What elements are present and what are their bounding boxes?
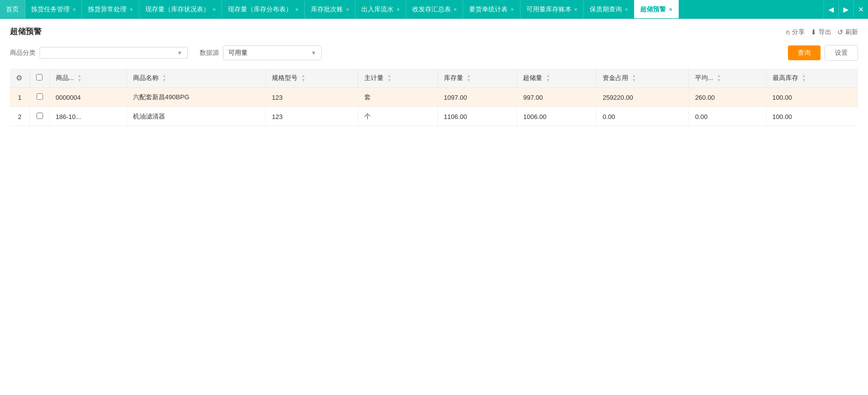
row-checkbox[interactable]: [37, 113, 43, 119]
category-chevron-icon: ▼: [177, 50, 182, 56]
share-icon: ⎋: [786, 28, 790, 36]
filter-actions: 查询 设置: [788, 45, 858, 61]
nav-prev-icon: ◀: [828, 5, 834, 13]
nav-item-quality-check[interactable]: 保质期查询 ×: [584, 0, 634, 18]
sort-icon-unit[interactable]: ▲▼: [388, 74, 391, 83]
close-tab-exception-process[interactable]: ×: [130, 6, 132, 12]
close-tab-task-mgmt[interactable]: ×: [73, 6, 76, 12]
row-checkbox-cell: [30, 107, 49, 126]
export-label: 导出: [819, 28, 831, 37]
max-stock-cell: 100.00: [766, 88, 858, 107]
close-tab-inout-flow[interactable]: ×: [396, 6, 399, 12]
sort-icon-product-name[interactable]: ▲▼: [162, 74, 166, 83]
avg-cell: 260.00: [689, 88, 766, 107]
nav-item-exception-process[interactable]: 拣货异常处理 ×: [82, 0, 139, 18]
nav-label-task-mgmt: 拣货任务管理: [31, 5, 70, 14]
th-max-stock: 最高库存 ▲▼: [766, 69, 858, 88]
share-button[interactable]: ⎋ 分享: [786, 28, 805, 37]
th-avg: 平均... ▲▼: [689, 69, 766, 88]
sort-icon-spec[interactable]: ▲▼: [302, 74, 305, 83]
sort-icon-avg[interactable]: ▲▼: [717, 74, 721, 83]
nav-label-quality-check: 保质期查询: [590, 5, 622, 14]
nav-item-available-account[interactable]: 可用量库存账本 ×: [521, 0, 584, 18]
table-body: 10000004六配套新昌490BPG123套1097.00997.002592…: [10, 88, 858, 126]
product-code: 0000004: [49, 88, 127, 107]
select-all-checkbox[interactable]: [36, 74, 43, 80]
nav-item-collect-summary[interactable]: 收发存汇总表 ×: [406, 0, 463, 18]
row-num-cell: 1: [10, 88, 30, 107]
datasource-label: 数据源: [200, 48, 219, 57]
th-product-name-label: 商品名称: [133, 74, 159, 81]
sort-icon-stock[interactable]: ▲▼: [467, 74, 471, 83]
th-product-name: 商品名称 ▲▼: [127, 69, 265, 88]
th-overstock: 超储量 ▲▼: [517, 69, 597, 88]
page-title: 超储预警: [10, 27, 42, 37]
nav-label-available-account: 可用量库存账本: [526, 5, 571, 14]
th-spec-label: 规格型号: [272, 74, 298, 81]
th-product-code-label: 商品...: [56, 74, 74, 81]
share-label: 分享: [792, 28, 805, 37]
close-tab-inventory-status[interactable]: ×: [213, 6, 216, 12]
nav-item-inout-flow[interactable]: 出入库流水 ×: [355, 0, 406, 18]
row-checkbox[interactable]: [37, 93, 43, 100]
nav-label-exception-process: 拣货异常处理: [88, 5, 127, 14]
nav-label-order-stats: 要货单统计表: [469, 5, 508, 14]
nav-next-icon: ▶: [843, 5, 849, 13]
refresh-label: 刷新: [845, 28, 858, 37]
category-select[interactable]: ▼: [40, 47, 188, 59]
close-tab-batch-account[interactable]: ×: [346, 6, 349, 12]
close-tab-available-account[interactable]: ×: [574, 6, 577, 12]
close-tab-collect-summary[interactable]: ×: [454, 6, 457, 12]
category-filter-item: 商品分类 ▼: [10, 47, 188, 59]
settings-button[interactable]: 设置: [825, 45, 858, 61]
spec-cell: 123: [266, 88, 358, 107]
sort-icon-overstock[interactable]: ▲▼: [546, 74, 550, 83]
overstock-cell: 997.00: [517, 88, 597, 107]
th-max-stock-label: 最高库存: [773, 74, 798, 81]
capital-cell: 0.00: [597, 107, 689, 126]
export-button[interactable]: ⬇ 导出: [811, 28, 831, 37]
th-stock-label: 库存量: [444, 74, 463, 81]
nav-label-home: 首页: [6, 5, 19, 14]
close-tab-overstock-warning[interactable]: ×: [669, 6, 672, 12]
nav-prev-button[interactable]: ◀: [824, 0, 838, 19]
th-product-code: 商品... ▲▼: [49, 69, 127, 88]
sort-icon-product-code[interactable]: ▲▼: [78, 74, 82, 83]
close-tab-quality-check[interactable]: ×: [625, 6, 628, 12]
spec-cell: 123: [266, 107, 358, 126]
product-code: 186-10...: [49, 107, 127, 126]
table-row: 2186-10...机油滤清器123个1106.001006.000.000.0…: [10, 107, 858, 126]
data-table: ⚙ 商品... ▲▼ 商品名称 ▲▼ 规格型号 ▲▼ 主计: [10, 69, 858, 126]
nav-item-inventory-status[interactable]: 现存量（库存状况表） ×: [139, 0, 222, 18]
nav-next-button[interactable]: ▶: [838, 0, 853, 19]
sort-icon-max-stock[interactable]: ▲▼: [802, 74, 806, 83]
nav-item-task-mgmt[interactable]: 拣货任务管理 ×: [25, 0, 82, 18]
nav-item-inventory-dist[interactable]: 现存量（库存分布表） ×: [222, 0, 304, 18]
avg-cell: 0.00: [689, 107, 766, 126]
product-name: 六配套新昌490BPG: [127, 88, 265, 107]
unit-cell: 套: [358, 88, 438, 107]
table-row: 10000004六配套新昌490BPG123套1097.00997.002592…: [10, 88, 858, 107]
nav-label-overstock-warning: 超储预警: [640, 5, 666, 14]
nav-item-overstock-warning[interactable]: 超储预警 ×: [634, 0, 678, 18]
max-stock-cell: 100.00: [766, 107, 858, 126]
row-num-cell: 2: [10, 107, 30, 126]
table-header-row: ⚙ 商品... ▲▼ 商品名称 ▲▼ 规格型号 ▲▼ 主计: [10, 69, 858, 88]
close-tab-order-stats[interactable]: ×: [511, 6, 514, 12]
datasource-select[interactable]: 可用量 ▼: [223, 45, 322, 60]
nav-close-all-button[interactable]: ✕: [853, 0, 868, 19]
nav-item-order-stats[interactable]: 要货单统计表 ×: [463, 0, 520, 18]
nav-bar: 首页 拣货任务管理 × 拣货异常处理 × 现存量（库存状况表） × 现存量（库存…: [0, 0, 868, 19]
datasource-filter-item: 数据源 可用量 ▼: [200, 45, 322, 60]
th-avg-label: 平均...: [695, 74, 713, 81]
table-gear-icon[interactable]: ⚙: [16, 74, 22, 82]
close-tab-inventory-dist[interactable]: ×: [295, 6, 298, 12]
nav-item-home[interactable]: 首页: [0, 0, 25, 18]
query-button[interactable]: 查询: [788, 45, 821, 60]
table-checkbox-header: [30, 69, 49, 88]
sort-icon-capital[interactable]: ▲▼: [632, 74, 636, 83]
refresh-button[interactable]: ↺ 刷新: [837, 28, 858, 37]
nav-item-batch-account[interactable]: 库存批次账 ×: [305, 0, 355, 18]
capital-cell: 259220.00: [597, 88, 689, 107]
th-unit: 主计量 ▲▼: [358, 69, 438, 88]
